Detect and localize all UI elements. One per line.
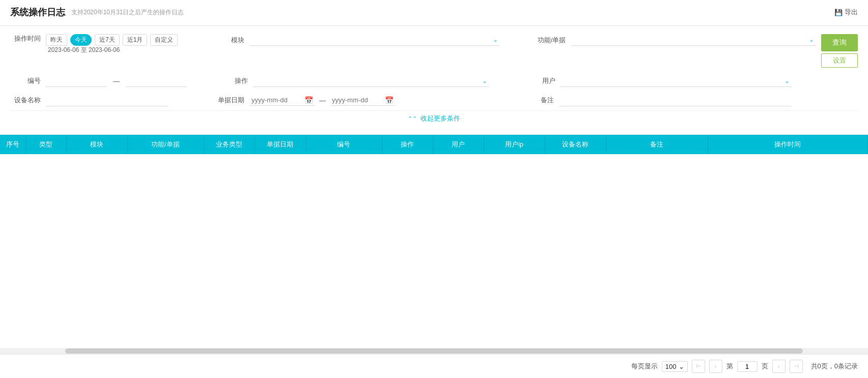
function-dropdown-icon: ⌄ (809, 36, 814, 43)
col-biz-type: 业务类型 (204, 135, 255, 154)
calendar-from-icon[interactable]: 📅 (304, 96, 313, 104)
number-separator: — (107, 77, 126, 85)
time-btn-yesterday[interactable]: 昨天 (46, 34, 67, 46)
col-number: 编号 (305, 135, 382, 154)
col-seq: 序号 (0, 135, 25, 154)
date-range-display: 2023-06-06 至 2023-06-06 (48, 46, 178, 54)
note-input[interactable] (559, 94, 792, 106)
prev-page-button[interactable]: ‹ (709, 360, 722, 373)
device-label: 设备名称 (10, 96, 46, 105)
export-label: 导出 (845, 8, 858, 17)
horizontal-scrollbar[interactable] (0, 348, 868, 354)
device-input[interactable] (46, 94, 168, 106)
col-voucher-date: 单据日期 (255, 135, 305, 154)
module-select[interactable]: ⌄ (249, 34, 500, 46)
query-button[interactable]: 查询 (821, 34, 858, 51)
date-from-input[interactable] (251, 96, 302, 104)
action-buttons: 查询 设置 (821, 34, 858, 68)
col-note: 备注 (606, 135, 708, 154)
operation-dropdown-icon: ⌄ (482, 77, 487, 84)
date-separator: — (315, 97, 330, 104)
date-to-input[interactable] (332, 96, 383, 104)
number-label: 编号 (10, 76, 46, 85)
col-operation: 操作 (382, 135, 433, 154)
module-dropdown-icon: ⌄ (493, 36, 498, 43)
collapse-bar[interactable]: ⌃⌃ 收起更多条件 (10, 110, 858, 126)
operation-label: 操作 (217, 76, 253, 85)
page-suffix: 页 (762, 362, 768, 371)
page-label: 第 (726, 362, 733, 371)
calendar-to-icon[interactable]: 📅 (385, 96, 394, 104)
total-text: 共0页，0条记录 (811, 362, 858, 371)
user-label: 用户 (520, 76, 561, 85)
col-device: 设备名称 (545, 135, 606, 154)
date-to-wrap: 📅 (330, 95, 396, 106)
user-dropdown-icon: ⌄ (785, 77, 790, 84)
export-icon: 💾 (834, 9, 843, 16)
collapse-icon: ⌃⌃ (408, 115, 417, 122)
page-size-value: 100 (665, 363, 677, 370)
page-size-label: 每页显示 (631, 362, 658, 371)
export-button[interactable]: 💾 导出 (834, 8, 858, 17)
first-page-button[interactable]: ⊢ (692, 360, 705, 373)
col-function: 功能/单据 (127, 135, 204, 154)
user-select[interactable]: ⌄ (561, 75, 792, 87)
time-btn-custom[interactable]: 自定义 (150, 34, 178, 46)
function-label: 功能/单据 (530, 36, 571, 45)
number-to-input[interactable] (126, 75, 187, 87)
function-select[interactable]: ⌄ (571, 34, 817, 46)
col-type: 类型 (25, 135, 66, 154)
col-module: 模块 (66, 135, 127, 154)
page-number-input[interactable] (737, 361, 758, 372)
time-btn-1month[interactable]: 近1月 (123, 34, 148, 46)
module-label: 模块 (214, 36, 249, 45)
scrollbar-thumb[interactable] (65, 348, 803, 354)
data-table: 序号 类型 模块 功能/单据 业务类型 单据日期 编号 操作 用户 用户ip 设… (0, 135, 868, 154)
page-title: 系统操作日志 (10, 6, 65, 18)
time-label: 操作时间 (10, 34, 46, 43)
pagination-bar: 每页显示 100 ⌄ ⊢ ‹ 第 页 › ⊣ 共0页，0条记录 (0, 354, 868, 378)
col-user-ip: 用户ip (484, 135, 545, 154)
page-size-select[interactable]: 100 ⌄ (662, 361, 688, 372)
number-from-input[interactable] (46, 75, 107, 87)
time-btn-7days[interactable]: 近7天 (95, 34, 120, 46)
time-btn-today[interactable]: 今天 (70, 34, 92, 46)
voucher-date-label: 单据日期 (214, 96, 249, 105)
empty-area (0, 154, 868, 348)
operation-select[interactable]: ⌄ (253, 75, 489, 87)
page-subtitle: 支持2020年10月31日之后产生的操作日志 (71, 8, 184, 17)
last-page-button[interactable]: ⊣ (790, 360, 803, 373)
col-user: 用户 (433, 135, 484, 154)
settings-button[interactable]: 设置 (821, 53, 858, 68)
page-size-arrow: ⌄ (679, 363, 684, 370)
note-label: 备注 (518, 96, 559, 105)
col-op-time: 操作时间 (708, 135, 868, 154)
collapse-label: 收起更多条件 (421, 114, 460, 122)
date-from-wrap: 📅 (249, 95, 315, 106)
next-page-button[interactable]: › (772, 360, 786, 373)
